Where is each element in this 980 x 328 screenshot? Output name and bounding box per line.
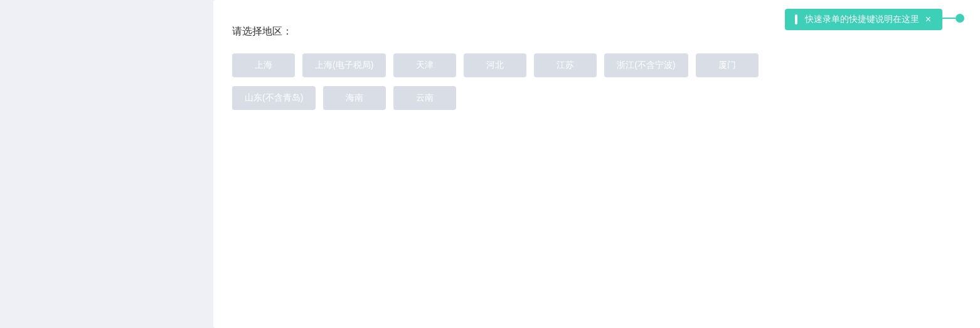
region-btn-shandong[interactable]: 山东(不含青岛) <box>232 86 316 110</box>
region-btn-shanghai-e-tax[interactable]: 上海(电子税局) <box>302 53 386 77</box>
region-btn-hainan[interactable]: 海南 <box>323 86 386 110</box>
region-btn-tianjin[interactable]: 天津 <box>393 53 456 77</box>
region-btn-hebei[interactable]: 河北 <box>464 53 526 77</box>
main-content: 请选择地区： 上海上海(电子税局)天津河北江苏浙江(不含宁波)厦门 山东(不含青… <box>213 0 980 328</box>
tooltip-banner: 快速录单的快捷键说明在这里 × <box>785 9 942 30</box>
dot-indicator <box>956 14 964 23</box>
sidebar <box>0 0 213 328</box>
region-row-1: 上海上海(电子税局)天津河北江苏浙江(不含宁波)厦门 <box>232 53 961 77</box>
connector-line <box>942 18 956 19</box>
tooltip-close-button[interactable]: × <box>924 14 932 25</box>
region-btn-shanghai[interactable]: 上海 <box>232 53 295 77</box>
tooltip-bar-icon <box>795 14 797 25</box>
region-btn-zhejiang[interactable]: 浙江(不含宁波) <box>604 53 688 77</box>
region-btn-jiangsu[interactable]: 江苏 <box>534 53 597 77</box>
region-row-2: 山东(不含青岛)海南云南 <box>232 86 961 110</box>
region-btn-yunnan[interactable]: 云南 <box>393 86 456 110</box>
tooltip-text: 快速录单的快捷键说明在这里 <box>805 14 919 25</box>
region-btn-xiamen[interactable]: 厦门 <box>696 53 759 77</box>
